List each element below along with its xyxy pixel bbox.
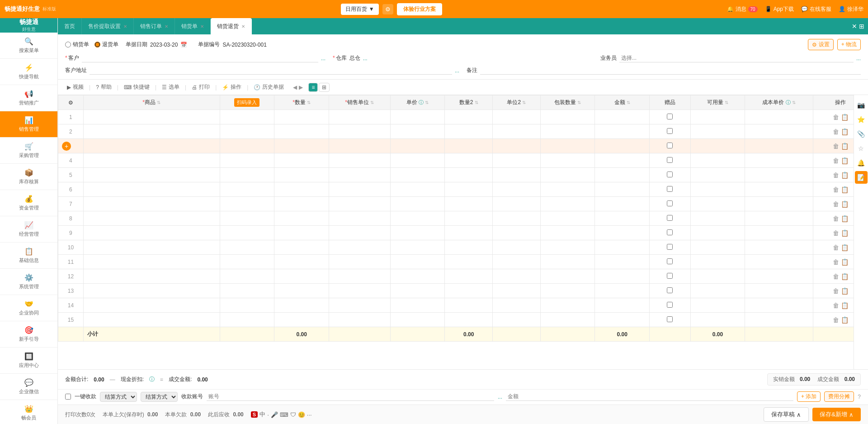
- row-3-cost[interactable]: [745, 139, 813, 153]
- user-item[interactable]: 👤 徐泽华: [839, 5, 863, 13]
- sidebar-item-inventory[interactable]: 📦 库存核算: [0, 164, 57, 190]
- row-copy[interactable]: 📋: [841, 273, 849, 280]
- list-view-btn[interactable]: ≡: [308, 83, 318, 92]
- remark-input[interactable]: [480, 66, 861, 75]
- tab-more-btn[interactable]: ⊞: [859, 23, 864, 30]
- row-delete[interactable]: 🗑: [833, 215, 839, 222]
- row-3-product[interactable]: [83, 139, 220, 153]
- row-3-avail[interactable]: [690, 139, 745, 153]
- sidebar-item-shortcut[interactable]: ⚡ 快捷导航: [0, 59, 57, 85]
- row-1-delete-btn[interactable]: 🗑: [833, 114, 839, 121]
- radio-return[interactable]: 退货单: [94, 41, 118, 48]
- row-delete[interactable]: 🗑: [833, 273, 839, 280]
- sidebar-item-guide[interactable]: 🎯 新手引导: [0, 321, 57, 348]
- fee-help-icon[interactable]: ?: [858, 394, 861, 400]
- amount-input[interactable]: [506, 392, 793, 401]
- next-page-btn[interactable]: ▶: [299, 84, 303, 91]
- pkg-sort[interactable]: ⇅: [577, 100, 581, 105]
- row-2-amount[interactable]: [595, 124, 650, 139]
- rf-btn-1[interactable]: 📷: [855, 99, 868, 111]
- unit2-sort[interactable]: ⇅: [522, 100, 526, 105]
- settings-btn[interactable]: ⚙ 设置: [808, 39, 834, 50]
- radio-return-input[interactable]: [94, 42, 100, 48]
- toolbar-select[interactable]: ☰ 选单: [160, 82, 181, 92]
- ime-btn-3[interactable]: 🎤: [271, 411, 278, 418]
- tab-sales-delivery[interactable]: 销货单 ✕: [175, 18, 211, 34]
- row-copy[interactable]: 📋: [841, 316, 849, 324]
- row-2-gift[interactable]: [650, 124, 691, 139]
- row-1-qty[interactable]: [274, 110, 329, 124]
- row-1-qty2[interactable]: [445, 110, 493, 124]
- tab-sales-return-close[interactable]: ✕: [241, 24, 245, 29]
- row-2-unit[interactable]: [329, 124, 390, 139]
- info-icon[interactable]: ⓘ: [149, 376, 155, 383]
- row-3-qty2[interactable]: [445, 139, 493, 153]
- sidebar-item-finance[interactable]: 💰 资金管理: [0, 190, 57, 216]
- row-copy[interactable]: 📋: [841, 157, 849, 164]
- row-delete[interactable]: 🗑: [833, 229, 839, 237]
- sidebar-item-basic[interactable]: 📋 基础信息: [0, 243, 57, 269]
- row-3-delete-btn[interactable]: 🗑: [833, 143, 839, 150]
- address-dots[interactable]: ...: [455, 67, 459, 74]
- row-3-copy-btn[interactable]: 📋: [841, 143, 849, 150]
- sidebar-item-search[interactable]: 🔍 搜索菜单: [0, 33, 57, 59]
- row-delete[interactable]: 🗑: [833, 157, 839, 164]
- calendar-icon[interactable]: 📅: [180, 42, 187, 48]
- ime-btn-5[interactable]: 🛡: [290, 411, 296, 418]
- toolbar-video[interactable]: ▶ 视频: [65, 82, 85, 92]
- experience-btn[interactable]: 体验行业方案: [397, 3, 442, 15]
- salesperson-input[interactable]: [619, 54, 854, 62]
- sidebar-item-member[interactable]: 👑 畅会员: [0, 400, 57, 424]
- row-1-price[interactable]: [390, 110, 445, 124]
- product-sort[interactable]: ⇅: [157, 100, 160, 105]
- row-1-product[interactable]: [83, 110, 220, 124]
- row-copy[interactable]: 📋: [841, 186, 849, 193]
- row-3-unit[interactable]: [329, 139, 390, 153]
- row-delete[interactable]: 🗑: [833, 302, 839, 309]
- rf-btn-2[interactable]: ⭐: [855, 113, 868, 126]
- toolbar-history[interactable]: 🕐 历史单据: [252, 82, 286, 92]
- row-2-avail[interactable]: [690, 124, 745, 139]
- row-2-price[interactable]: [390, 124, 445, 139]
- account-input[interactable]: [207, 392, 494, 401]
- row-1-unit[interactable]: [329, 110, 390, 124]
- tab-home[interactable]: 首页: [58, 18, 82, 34]
- row-3-product-input[interactable]: [87, 143, 216, 149]
- logistics-btn[interactable]: + 物流: [837, 39, 861, 50]
- qty-sort[interactable]: ⇅: [307, 100, 311, 105]
- row-3-gift[interactable]: [650, 139, 691, 153]
- industry-selector[interactable]: 日用百货 ▼: [341, 4, 379, 15]
- one-key-checkbox[interactable]: [65, 394, 71, 400]
- add-btn[interactable]: + 添加: [797, 391, 821, 402]
- row-1-gift[interactable]: [650, 110, 691, 124]
- unit-sort[interactable]: ⇅: [370, 100, 374, 105]
- save-draft-btn[interactable]: 保存草稿 ∧: [764, 407, 809, 422]
- sidebar-item-marketing[interactable]: 📢 营销推广: [0, 85, 57, 111]
- ime-btn-4[interactable]: ⌨: [280, 411, 288, 418]
- tab-close-all-btn[interactable]: ✕: [852, 23, 857, 30]
- tab-price-settings[interactable]: 售价提取设置 ✕: [82, 18, 134, 34]
- tab-sales-delivery-close[interactable]: ✕: [200, 24, 204, 29]
- customer-input[interactable]: [82, 54, 318, 62]
- ime-btn-6[interactable]: 😊: [298, 411, 305, 418]
- ime-btn-7[interactable]: ···: [307, 411, 312, 418]
- row-copy[interactable]: 📋: [841, 302, 849, 309]
- row-copy[interactable]: 📋: [841, 287, 849, 295]
- row-2-cost[interactable]: [745, 124, 813, 139]
- row-copy[interactable]: 📋: [841, 172, 849, 179]
- ime-btn-1[interactable]: 中: [259, 410, 265, 419]
- online-service-item[interactable]: 💬 在线客服: [801, 5, 831, 13]
- row-2-copy-btn[interactable]: 📋: [841, 128, 849, 135]
- row-1-avail[interactable]: [690, 110, 745, 124]
- scan-btn[interactable]: 扫码录入: [234, 98, 259, 107]
- address-input[interactable]: [90, 66, 452, 75]
- row-1-copy-btn[interactable]: 📋: [841, 114, 849, 121]
- calc-select[interactable]: 结算方式: [141, 392, 178, 402]
- settings-gear-btn[interactable]: ⚙: [382, 4, 393, 14]
- fee-btn[interactable]: 费用分摊: [824, 391, 854, 402]
- radio-sale-input[interactable]: [65, 42, 71, 48]
- row-copy[interactable]: 📋: [841, 258, 849, 266]
- row-1-cost[interactable]: [745, 110, 813, 124]
- settlement-select[interactable]: 结算方式: [100, 392, 137, 402]
- row-3-qty[interactable]: [274, 139, 329, 153]
